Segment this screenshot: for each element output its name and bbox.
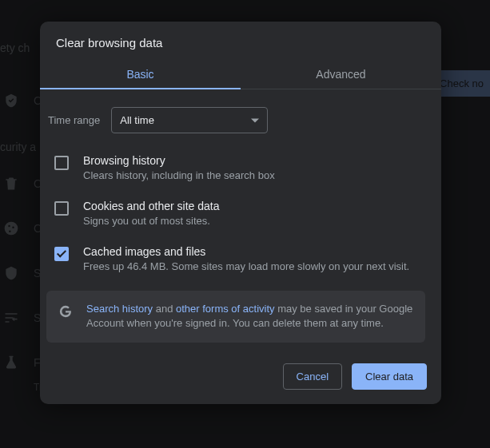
checkbox-cached[interactable] <box>54 247 69 261</box>
time-range-select[interactable]: All time <box>111 107 268 133</box>
option-cached[interactable]: Cached images and files Frees up 46.4 MB… <box>46 237 425 283</box>
search-history-link[interactable]: Search history <box>86 303 153 315</box>
tab-advanced[interactable]: Advanced <box>241 59 441 89</box>
time-range-value: All time <box>120 114 154 126</box>
clear-browsing-data-dialog: Clear browsing data Basic Advanced Time … <box>40 22 441 404</box>
option-browsing-history[interactable]: Browsing history Clears history, includi… <box>46 146 425 192</box>
google-account-info: Search history and other forms of activi… <box>46 291 425 343</box>
option-desc: Frees up 46.4 MB. Some sites may load mo… <box>83 260 425 275</box>
clear-data-button[interactable]: Clear data <box>352 363 427 390</box>
option-desc: Signs you out of most sites. <box>83 214 425 229</box>
option-cookies[interactable]: Cookies and other site data Signs you ou… <box>46 192 425 237</box>
google-icon <box>58 303 74 319</box>
option-title: Cookies and other site data <box>83 200 425 212</box>
checkbox-browsing-history[interactable] <box>54 156 69 170</box>
option-desc: Clears history, including in the search … <box>83 168 425 184</box>
option-title: Browsing history <box>83 154 425 167</box>
cancel-button[interactable]: Cancel <box>283 363 342 390</box>
checkbox-cookies[interactable] <box>54 201 69 216</box>
chevron-down-icon <box>251 118 259 122</box>
other-activity-link[interactable]: other forms of activity <box>176 303 275 315</box>
time-range-label: Time range <box>48 114 100 126</box>
option-title: Cached images and files <box>83 245 425 258</box>
dialog-title: Clear browsing data <box>40 22 441 59</box>
tab-basic[interactable]: Basic <box>40 59 241 89</box>
dialog-tabs: Basic Advanced <box>40 59 441 89</box>
